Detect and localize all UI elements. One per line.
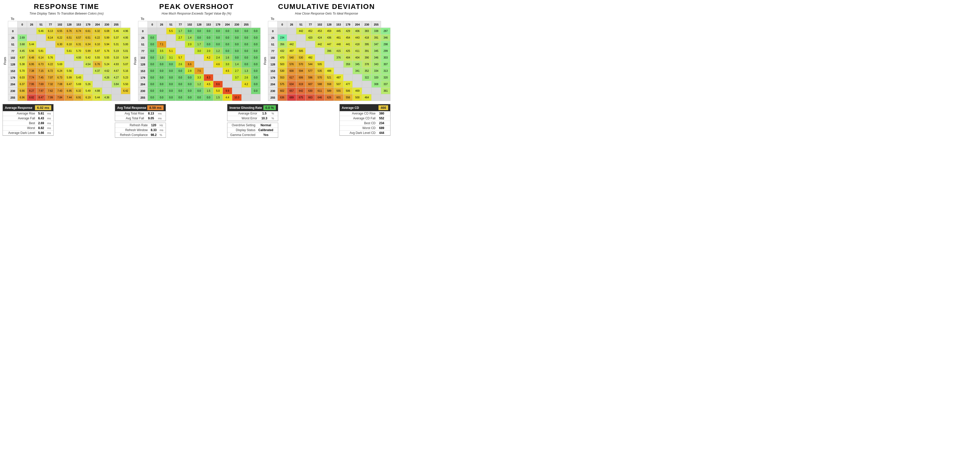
matrix-cell: 0.0 [148,61,157,68]
matrix-cell: 6.73 [55,74,65,81]
matrix-cell: 7.84 [55,94,65,101]
matrix-cell: 1.2 [194,81,204,88]
matrix-cell: 4.2 [242,81,251,88]
col-header-0 [268,21,278,28]
matrix-cell: 0.0 [176,81,185,88]
matrix-cell: 0.0 [242,41,251,48]
matrix-cell: 576 [287,61,296,68]
row-header-3: 77 [138,48,148,54]
cumulative-deviation-subtitle: How Close Response Gets To Ideal Respons… [262,12,390,15]
matrix-cell: 4.88 [93,88,102,94]
matrix-cell: 530 [296,54,306,61]
col-header-10: 230 [362,21,372,28]
table-row: 1796.037.747.457.076.735.995.434.264.275… [8,74,130,81]
col-header-8: 179 [83,21,93,28]
stat-row-unit: ms [46,131,53,136]
stat-row-value: 380 [377,111,386,116]
matrix-cell: 391 [362,48,372,54]
matrix-cell: 2.6 [176,61,185,68]
matrix-cell: 452 [306,28,315,35]
stat-row-label: Refresh Rate [115,123,149,128]
stat-panel-row: Average Fall6.43ms [3,116,53,121]
cumulative-deviation-to-label: To [262,17,390,21]
matrix-cell: 7.95 [27,81,37,88]
stat-row-unit: ms [46,116,53,121]
peak-overshoot-matrix: 026517710212815317920423025505.51.70.00.… [138,21,261,101]
matrix-cell: 0.0 [194,94,204,101]
matrix-cell: 2.0 [185,41,194,48]
main-container: RESPONSE TIMETime Display Takes To Trans… [3,3,390,138]
matrix-cell [148,28,157,35]
col-header-3: 51 [166,21,176,28]
matrix-cell: 404 [343,54,353,61]
stat-row-label: Worst Error [228,116,259,121]
matrix-cell: 6.22 [46,61,55,68]
peak-overshoot-section: PEAK OVERSHOOTHow Much Response Exceeds … [132,3,260,101]
matrix-cell: 487 [334,74,343,81]
matrix-cell: 461 [334,35,343,41]
matrix-cell [325,54,334,61]
matrix-cell: 334 [372,68,381,74]
matrix-cell: 424 [315,35,325,41]
matrix-cell: 0.0 [148,35,157,41]
matrix-cell [111,88,121,94]
matrix-cell [46,41,55,48]
stat-row-unit [275,123,278,128]
matrix-cell: 0.0 [232,35,242,41]
matrix-cell: 1.5 [213,94,223,101]
matrix-cell: 10.3 [232,94,242,101]
matrix-cell: 5.96 [27,48,37,54]
cumulative-deviation-title: CUMULATIVE DEVIATION [262,3,390,11]
row-header-9: 230 [138,88,148,94]
matrix-cell: 0.0 [204,35,213,41]
table-row: 102470540530492376404404390346303 [268,54,390,61]
stat-row-label: Average CD Rise [340,111,377,116]
matrix-cell: 443 [353,35,362,41]
peak-overshoot-to-label: To [132,17,260,21]
matrix-cell: 5.61 [65,48,74,54]
stat-row-value: 120 [149,123,158,128]
matrix-cell: 0.0 [232,41,242,48]
matrix-cell: 630 [306,88,315,94]
row-header-7: 179 [268,74,278,81]
matrix-cell [157,35,166,41]
matrix-cell: 420 [306,35,315,41]
matrix-cell: 544 [306,61,315,68]
matrix-cell [325,61,334,68]
matrix-cell [362,88,372,94]
matrix-cell [46,48,55,54]
matrix-cell: 5.5 [166,28,176,35]
matrix-cell: 303 [381,54,390,61]
stat-panel-row: Refresh Compliance98.2% [115,133,165,137]
matrix-cell [242,94,251,101]
matrix-cell: 0.0 [157,94,166,101]
matrix-cell: 5.87 [93,48,102,54]
matrix-cell: 320 [372,74,381,81]
matrix-cell: 5.31 [111,41,121,48]
stat-row-value: 234 [377,121,386,126]
matrix-cell: 0.0 [242,28,251,35]
matrix-cell: 6.48 [27,54,37,61]
matrix-cell: 5.23 [121,74,130,81]
stat-row-unit [387,111,390,116]
table-row: 05.466.136.556.766.746.616.326.085.464.9… [8,28,130,35]
table-row: 51356442442447448441418395347298 [268,41,390,48]
matrix-cell [343,74,353,81]
matrix-cell: 436 [325,35,334,41]
col-header-10: 230 [232,21,242,28]
col-header-1: 0 [18,21,27,28]
row-header-0: 0 [268,28,278,35]
matrix-cell: 6.30 [55,41,65,48]
col-header-7: 153 [74,21,83,28]
matrix-cell: 4.2 [204,54,213,61]
matrix-cell: 3.3 [194,74,204,81]
matrix-cell: 343 [372,61,381,68]
matrix-cell: 556 [343,94,353,101]
matrix-cell: 7.38 [27,68,37,74]
stat-panel-header-value: 466 [379,105,388,110]
matrix-cell: 8.6 [213,81,223,88]
matrix-cell [287,28,296,35]
stat-panel-header: Average CD466 [340,104,390,111]
matrices-row: RESPONSE TIMETime Display Takes To Trans… [3,3,390,101]
matrix-cell: 6.24 [55,68,65,74]
